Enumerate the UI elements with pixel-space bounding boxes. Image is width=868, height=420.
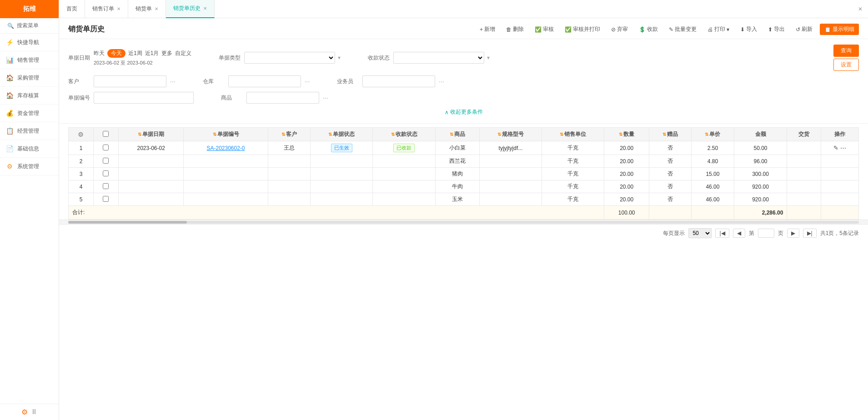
row-checkbox[interactable] — [103, 196, 109, 202]
collect-button[interactable]: 💲收款 — [635, 24, 662, 35]
page-size-select[interactable]: 2050100 — [688, 228, 712, 238]
scroll-thumb[interactable] — [68, 221, 187, 224]
sidebar-item-purchase-mgmt[interactable]: 🏠采购管理 — [0, 69, 59, 87]
salesperson-dots[interactable]: ··· — [439, 78, 444, 85]
col-header-spec_type[interactable]: ⇅规格型号 — [479, 128, 542, 141]
sidebar-item-finance[interactable]: 💰资金管理 — [0, 105, 59, 122]
checkbox-cell[interactable] — [93, 141, 118, 155]
shortcut-custom[interactable]: 自定义 — [175, 50, 191, 57]
tab-sales-history[interactable]: 销货单历史✕ — [166, 0, 215, 18]
tab-home[interactable]: 首页 — [59, 0, 85, 18]
settings-button[interactable]: 设置 — [833, 59, 859, 71]
customer-input[interactable] — [94, 75, 166, 87]
goods-input[interactable] — [246, 92, 319, 104]
export-button[interactable]: ⬆导出 — [764, 24, 788, 35]
shortcut-more[interactable]: 更多 — [161, 50, 172, 57]
checkbox-cell[interactable] — [93, 193, 118, 206]
footer-gift — [649, 206, 691, 220]
page-next-btn[interactable]: ▶ — [787, 229, 799, 238]
col-header-payment_status[interactable]: ⇅收款状态 — [373, 128, 435, 141]
tab-close-sales-order[interactable]: ✕ — [117, 6, 120, 11]
action-cell — [821, 155, 859, 168]
audit-button[interactable]: ✅审核 — [531, 24, 557, 35]
edit-action-icon[interactable]: ✎ — [833, 145, 838, 151]
col-header-sales_unit[interactable]: ⇅销售单位 — [542, 128, 604, 141]
customer-dots[interactable]: ··· — [170, 78, 176, 85]
doc-no-cell[interactable]: SA-20230602-0 — [184, 141, 268, 155]
doc-no-link[interactable]: SA-20230602-0 — [206, 145, 245, 151]
spec-type-cell — [479, 155, 542, 168]
col-header-gift[interactable]: ⇅赠品 — [649, 128, 691, 141]
unit-price-cell: 46.00 — [692, 193, 734, 206]
sidebar-item-basic-info[interactable]: 📄基础信息 — [0, 140, 59, 158]
batch-change-button[interactable]: ✎批量变更 — [665, 24, 700, 35]
payment-status-select[interactable] — [393, 52, 484, 64]
search-menu[interactable]: 🔍 搜索菜单 — [0, 18, 59, 34]
shortcut-last7[interactable]: 近1周 — [128, 50, 142, 57]
sidebar-bottom-icon1[interactable]: ⚙ — [21, 408, 28, 416]
doc-date-cell — [118, 168, 184, 180]
col-header-customer[interactable]: ⇅客户 — [268, 128, 310, 141]
sidebar-item-inventory[interactable]: 🏠库存核算 — [0, 87, 59, 105]
shortcut-yesterday[interactable]: 昨天 — [94, 50, 105, 57]
col-header-doc_status[interactable]: ⇅单据状态 — [310, 128, 372, 141]
payment-status-cell: 已收款 — [373, 141, 435, 155]
payment-dropdown-icon[interactable]: ▾ — [487, 55, 490, 61]
doc-no-input[interactable] — [94, 92, 194, 104]
toolbar: +新增🗑删除✅审核✅审核并打印⊘弃审💲收款✎批量变更🖨打印▾⬇导入⬆导出↺刷新📋… — [476, 24, 859, 35]
col-header-quantity[interactable]: ⇅数量 — [604, 128, 649, 141]
sales-unit-cell: 千克 — [542, 168, 604, 180]
checkbox-cell[interactable] — [93, 168, 118, 180]
print-button[interactable]: 🖨打印▾ — [704, 24, 733, 35]
col-header-unit_price[interactable]: ⇅单价 — [692, 128, 734, 141]
row-checkbox[interactable] — [103, 183, 109, 189]
abandon-button[interactable]: ⊘弃审 — [607, 24, 632, 35]
sidebar-item-sys-admin[interactable]: ⚙系统管理 — [0, 158, 59, 175]
page-last-btn[interactable]: ▶| — [803, 229, 817, 238]
more-action-icon[interactable]: ⋯ — [840, 145, 846, 151]
main-area: 首页销售订单✕销货单✕销货单历史✕ ✕ 销货单历史 +新增🗑删除✅审核✅审核并打… — [59, 0, 868, 420]
salesperson-input[interactable] — [362, 75, 435, 87]
table-settings-icon[interactable]: ⚙ — [78, 131, 84, 138]
nav-label-sales-mgmt: 销售管理 — [17, 56, 39, 64]
tab-close-sales-goods[interactable]: ✕ — [155, 6, 158, 11]
page-input[interactable]: 1 — [758, 229, 774, 238]
doc-type-dropdown-icon[interactable]: ▾ — [338, 55, 341, 61]
export-label: 导出 — [774, 25, 785, 33]
show-detail-button[interactable]: 📋显示明细 — [820, 24, 859, 35]
close-all-tabs[interactable]: ✕ — [853, 6, 868, 12]
shortcut-today[interactable]: 今天 — [107, 49, 125, 58]
sidebar-item-sales-mgmt[interactable]: 📊销售管理 — [0, 51, 59, 69]
sidebar-item-operations[interactable]: 📋经营管理 — [0, 122, 59, 140]
page-prev-btn[interactable]: ◀ — [733, 229, 745, 238]
query-button[interactable]: 查询 — [833, 45, 859, 57]
refresh-button[interactable]: ↺刷新 — [792, 24, 816, 35]
page-first-btn[interactable]: |◀ — [715, 229, 729, 238]
delete-button[interactable]: 🗑删除 — [502, 24, 527, 35]
doc-type-select[interactable] — [244, 52, 335, 64]
checkbox-cell[interactable] — [93, 180, 118, 193]
page-total-info: 共1页，5条记录 — [820, 230, 859, 237]
col-header-doc_date[interactable]: ⇅单据日期 — [118, 128, 184, 141]
sort-icon-spec_type: ⇅ — [497, 132, 501, 137]
sidebar-bottom-icon2[interactable]: ⏸ — [30, 408, 38, 416]
warehouse-dots[interactable]: ··· — [305, 78, 310, 85]
col-header-goods[interactable]: ⇅商品 — [435, 128, 479, 141]
tab-sales-goods[interactable]: 销货单✕ — [128, 0, 166, 18]
collapse-button[interactable]: ∧ 收起更多条件 — [445, 108, 483, 116]
audit-print-button[interactable]: ✅审核并打印 — [561, 24, 604, 35]
select-all-checkbox[interactable] — [103, 131, 109, 137]
goods-dots[interactable]: ··· — [323, 94, 328, 101]
shortcut-last30[interactable]: 近1月 — [145, 50, 159, 57]
warehouse-input[interactable] — [228, 75, 301, 87]
tab-sales-order[interactable]: 销售订单✕ — [85, 0, 128, 18]
row-checkbox[interactable] — [103, 158, 109, 164]
import-button[interactable]: ⬇导入 — [737, 24, 761, 35]
checkbox-cell[interactable] — [93, 155, 118, 168]
tab-close-sales-history[interactable]: ✕ — [203, 6, 207, 11]
row-checkbox[interactable] — [103, 170, 109, 176]
sidebar-item-quick-nav[interactable]: ⚡快捷导航 — [0, 34, 59, 51]
col-header-doc_no[interactable]: ⇅单据编号 — [184, 128, 268, 141]
row-checkbox[interactable] — [103, 145, 109, 150]
new-button[interactable]: +新增 — [476, 24, 499, 35]
